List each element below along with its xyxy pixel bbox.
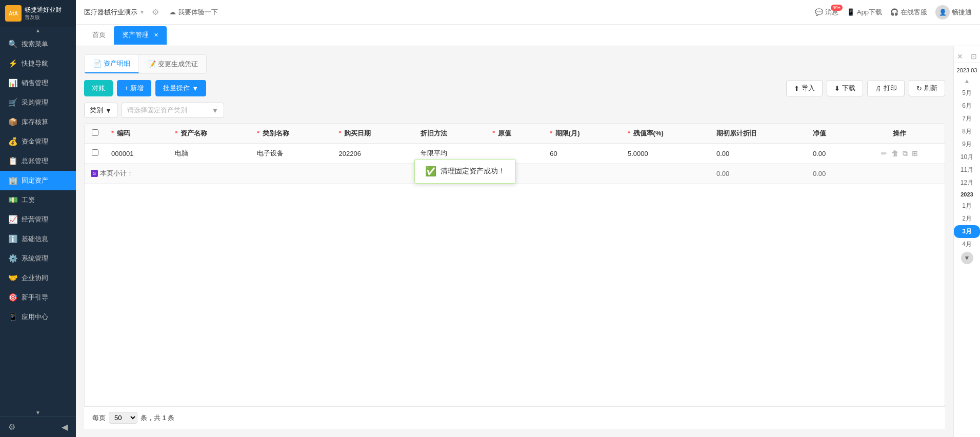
month-2023-3[interactable]: 3月 bbox=[954, 225, 980, 238]
import-icon: ⬆ bbox=[794, 85, 799, 92]
download-icon: 📱 bbox=[847, 8, 855, 16]
sidebar-item-funds[interactable]: 💰 资金管理 bbox=[0, 132, 76, 151]
category-filter-label[interactable]: 类别 ▼ bbox=[84, 103, 117, 118]
print-button[interactable]: 🖨 打印 bbox=[867, 80, 905, 96]
month-2023-1[interactable]: 1月 bbox=[954, 200, 980, 212]
inventory-icon: 📦 bbox=[8, 117, 17, 127]
month-2023-2[interactable]: 2月 bbox=[954, 212, 980, 225]
th-purchase-date: * 购买日期 bbox=[333, 124, 415, 144]
operations-icon: 📈 bbox=[8, 215, 17, 224]
app-download-button[interactable]: 📱 App下载 bbox=[847, 8, 882, 17]
sidebar-item-inventory[interactable]: 📦 库存核算 bbox=[0, 112, 76, 132]
delete-icon[interactable]: 🗑 bbox=[891, 149, 898, 158]
sidebar-item-guide[interactable]: 🎯 新手引导 bbox=[0, 288, 76, 307]
month-2022-6[interactable]: 6月 bbox=[954, 100, 980, 112]
download-icon: ⬇ bbox=[834, 85, 840, 92]
sub-tab-asset-detail[interactable]: 📄 资产明细 bbox=[85, 55, 139, 73]
months-scroll-down[interactable]: ▼ bbox=[961, 252, 973, 264]
message-icon: 💬 bbox=[815, 8, 823, 16]
category-filter-input[interactable]: 请选择固定资产类别 ▼ bbox=[122, 103, 224, 118]
messages-badge: 99+ bbox=[831, 5, 843, 11]
sidebar-item-operations[interactable]: 📈 经营管理 bbox=[0, 210, 76, 229]
th-residual-rate: * 残值率(%) bbox=[622, 124, 710, 144]
month-2022-12[interactable]: 12月 bbox=[954, 176, 980, 189]
right-panel-date: 2023.03 bbox=[955, 65, 979, 75]
sidebar-item-fixed-assets[interactable]: 🏢 固定资产 bbox=[0, 171, 76, 190]
th-depreciation-method: 折旧方法 bbox=[414, 124, 486, 144]
user-avatar-area[interactable]: 👤 畅捷通 bbox=[935, 5, 972, 19]
sidebar-scroll-up[interactable]: ▲ bbox=[0, 27, 76, 34]
fixed-assets-icon: 🏢 bbox=[8, 176, 17, 185]
success-toast: ✅ 清理固定资产成功！ bbox=[414, 159, 516, 184]
settings-icon[interactable]: ⚙ bbox=[8, 422, 15, 432]
sidebar-item-ledger[interactable]: 📋 总账管理 bbox=[0, 151, 76, 171]
guide-icon: 🎯 bbox=[8, 293, 17, 302]
cell-accumulated-depreciation: 0.00 bbox=[710, 144, 807, 164]
sidebar-item-apps[interactable]: 📱 应用中心 bbox=[0, 307, 76, 327]
th-operations: 操作 bbox=[854, 124, 945, 144]
right-panel-header: ✕ ⊡ bbox=[954, 50, 980, 63]
month-2022-11[interactable]: 11月 bbox=[954, 164, 980, 176]
online-service-button[interactable]: 🎧 在线客服 bbox=[890, 8, 927, 17]
cell-net-value: 0.00 bbox=[807, 144, 854, 164]
content-area: 📄 资产明细 📝 变更生成凭证 对账 + 新增 批量操作 ▼ ⬆ bbox=[76, 46, 980, 437]
more-icon[interactable]: ⊞ bbox=[912, 149, 918, 158]
months-scroll-up[interactable]: ▲ bbox=[954, 75, 980, 87]
change-voucher-icon: 📝 bbox=[147, 60, 156, 68]
sub-tab-change-voucher[interactable]: 📝 变更生成凭证 bbox=[139, 55, 206, 73]
right-panel-expand-icon[interactable]: ⊡ bbox=[971, 52, 977, 61]
sidebar-item-purchase[interactable]: 🛒 采购管理 bbox=[0, 93, 76, 112]
refresh-button[interactable]: ↻ 刷新 bbox=[909, 80, 945, 96]
th-code: * 编码 bbox=[105, 124, 169, 144]
month-2023-4[interactable]: 4月 bbox=[954, 238, 980, 251]
avatar: 👤 bbox=[935, 5, 950, 19]
month-2022-5[interactable]: 5月 bbox=[954, 87, 980, 100]
company-selector[interactable]: 医疗器械行业演示 ▼ bbox=[84, 8, 145, 17]
toolbar: 对账 + 新增 批量操作 ▼ ⬆ 导入 ⬇ 下载 🖨 bbox=[84, 80, 945, 96]
sidebar-item-sales[interactable]: 📊 销售管理 bbox=[0, 73, 76, 93]
cell-operations: ✏ 🗑 ⧉ ⊞ bbox=[854, 144, 945, 164]
month-2022-8[interactable]: 8月 bbox=[954, 125, 980, 138]
batch-ops-button[interactable]: 批量操作 ▼ bbox=[155, 80, 206, 96]
sidebar-item-quick-nav[interactable]: ⚡ 快捷导航 bbox=[0, 54, 76, 73]
app-logo-icon: AtA bbox=[5, 5, 22, 22]
download-button[interactable]: ⬇ 下载 bbox=[827, 80, 863, 96]
edit-icon[interactable]: ✏ bbox=[881, 149, 887, 158]
per-page-select[interactable]: 50 100 200 bbox=[109, 412, 137, 424]
collapse-icon[interactable]: ◀ bbox=[62, 422, 68, 432]
new-button[interactable]: + 新增 bbox=[117, 80, 151, 96]
batch-dropdown-icon: ▼ bbox=[192, 85, 198, 92]
tab-home[interactable]: 首页 bbox=[84, 26, 114, 45]
sidebar-item-basic-info[interactable]: ℹ️ 基础信息 bbox=[0, 229, 76, 249]
sidebar-item-search[interactable]: 🔍 搜索菜单 bbox=[0, 34, 76, 54]
copy-icon[interactable]: ⧉ bbox=[903, 149, 908, 158]
month-2022-10[interactable]: 10月 bbox=[954, 151, 980, 164]
sidebar-item-enterprise[interactable]: 🤝 企业协同 bbox=[0, 268, 76, 288]
subtotal-icon: S bbox=[91, 170, 98, 177]
experience-button[interactable]: ☁ 我要体验一下 bbox=[169, 8, 218, 17]
tab-bar: 首页 资产管理 ✕ bbox=[76, 25, 980, 46]
import-button[interactable]: ⬆ 导入 bbox=[786, 80, 823, 96]
pagination: 每页 50 100 200 条，共 1 条 bbox=[84, 406, 945, 429]
filter-dropdown-icon: ▼ bbox=[105, 107, 112, 114]
right-panel-close-icon[interactable]: ✕ bbox=[957, 52, 963, 61]
settings-gear-icon[interactable]: ⚙ bbox=[152, 7, 159, 17]
company-dropdown-arrow: ▼ bbox=[139, 9, 145, 15]
month-2022-7[interactable]: 7月 bbox=[954, 112, 980, 125]
sidebar-scroll-down[interactable]: ▼ bbox=[0, 409, 76, 416]
sidebar-item-payroll[interactable]: 💵 工资 bbox=[0, 190, 76, 210]
month-2022-9[interactable]: 9月 bbox=[954, 138, 980, 151]
sidebar-item-system[interactable]: ⚙️ 系统管理 bbox=[0, 249, 76, 268]
sales-icon: 📊 bbox=[8, 78, 17, 88]
tab-close-icon[interactable]: ✕ bbox=[154, 32, 158, 38]
row-checkbox[interactable] bbox=[92, 149, 98, 156]
content-main: 📄 资产明细 📝 变更生成凭证 对账 + 新增 批量操作 ▼ ⬆ bbox=[76, 46, 953, 437]
toolbar-right: ⬆ 导入 ⬇ 下载 🖨 打印 ↻ 刷新 bbox=[786, 80, 945, 96]
messages-button[interactable]: 💬 消息 99+ bbox=[815, 8, 838, 17]
select-all-checkbox[interactable] bbox=[92, 129, 98, 136]
asset-detail-icon: 📄 bbox=[93, 59, 102, 68]
tab-asset-management[interactable]: 资产管理 ✕ bbox=[114, 26, 167, 45]
right-panel: ✕ ⊡ 2023.03 ▲ 5月 6月 7月 8月 9月 10月 11月 12月… bbox=[953, 46, 980, 437]
service-icon: 🎧 bbox=[890, 8, 898, 16]
reconcile-button[interactable]: 对账 bbox=[84, 80, 113, 96]
